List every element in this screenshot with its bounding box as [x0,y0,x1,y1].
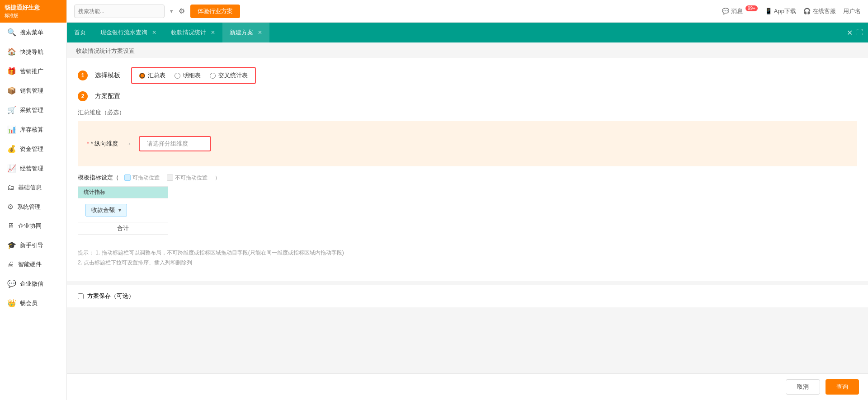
money-icon: 💰 [7,145,16,153]
radio-cross[interactable]: 交叉统计表 [210,71,248,80]
radio-summary-label[interactable]: 汇总表 [148,71,165,80]
sidebar-item-enterprise[interactable]: 🖥 企业协同 [0,216,66,235]
sidebar-label-sales: 销售管理 [20,87,43,95]
save-option: 方案保存（可选） [67,285,868,307]
indicator-settings: 模板指标设定（ 可拖动位置 不可拖动位置 ） 统计指标 [78,174,857,272]
tab-bar: 首页 现金银行流水查询 ✕ 收款情况统计 ✕ 新建方案 ✕ ✕ ⛶ [67,23,868,42]
radio-detail-label[interactable]: 明细表 [183,71,201,80]
expand-icon[interactable]: ⛶ [856,28,863,37]
close-window-icon[interactable]: ✕ [847,28,853,37]
download-icon: 📱 [765,8,772,14]
query-button[interactable]: 查询 [826,379,859,395]
tab-new-plan[interactable]: 新建方案 ✕ [222,23,269,42]
legend-non-draggable: 不可拖动位置 [167,174,208,182]
chevron-down-icon[interactable]: ▾ [170,8,173,14]
monitor-icon: 🖥 [7,222,14,230]
arrow-right-icon: → [125,140,132,147]
step2-label: 方案配置 [95,92,120,100]
sidebar-item-finance[interactable]: 💰 资金管理 [0,139,66,159]
save-checkbox[interactable] [78,293,84,299]
step2-row: 2 方案配置 [78,91,857,101]
sidebar-item-wechat[interactable]: 💬 企业微信 [0,274,66,293]
radio-detail[interactable]: 明细表 [175,71,201,80]
sidebar-item-quick-nav[interactable]: 🏠 快捷导航 [0,42,66,61]
legend-draggable-label: 可拖动位置 [132,174,160,182]
tip-text-2: 2. 点击标题栏下拉可设置排序、插入列和删除列 [78,258,192,268]
sidebar-label-enterprise: 企业协同 [18,222,42,230]
page-title: 收款情况统计方案设置 [67,42,868,58]
cancel-button[interactable]: 取消 [786,379,820,395]
dimension-placeholder: 请选择分组维度 [147,140,188,148]
industry-button[interactable]: 体验行业方案 [190,5,240,18]
download-item[interactable]: 📱 App下载 [765,7,796,15]
sidebar-item-inventory[interactable]: 📊 库存核算 [0,120,66,139]
step1-number: 1 [78,71,88,80]
sidebar-item-member[interactable]: 👑 畅会员 [0,293,66,313]
stats-total: 合计 [78,222,168,234]
tab-bank[interactable]: 现金银行流水查询 ✕ [93,23,164,42]
content-area: 收款情况统计方案设置 1 选择模板 汇总表 明细表 [67,42,868,373]
sidebar-item-system[interactable]: ⚙ 系统管理 [0,197,66,216]
chevron-down-icon: ▾ [118,207,121,213]
download-label: App下载 [774,7,796,15]
sidebar-item-search[interactable]: 🔍 搜索菜单 [0,23,66,42]
stats-section: 统计指标 收款金额 ▾ 合计 [78,186,168,235]
sidebar-item-operation[interactable]: 📈 经营管理 [0,159,66,178]
radio-cross-label[interactable]: 交叉统计表 [218,71,248,80]
indicator-label: 模板指标设定（ [78,174,119,182]
sidebar-item-marketing[interactable]: 🎁 营销推广 [0,61,66,81]
box-icon: 📦 [7,86,16,95]
home-icon: 🏠 [7,47,16,56]
tab-home[interactable]: 首页 [67,23,93,42]
indicator-close: ） [215,174,220,182]
support-label: 在线客服 [812,7,836,15]
stats-tag-amount[interactable]: 收款金额 ▾ [85,204,127,216]
form-section: 1 选择模板 汇总表 明细表 交叉统计表 [67,58,868,281]
header-left: ▾ ⚙ 体验行业方案 [74,5,240,18]
message-item[interactable]: 💬 消息 99+ [722,7,758,15]
sidebar-item-basic[interactable]: 🗂 基础信息 [0,178,66,197]
sidebar-label-operation: 经营管理 [20,165,43,173]
sidebar-logo: 畅捷通好生意 标准版 [0,0,66,23]
sidebar-item-sales[interactable]: 📦 销售管理 [0,81,66,100]
sidebar-item-hardware[interactable]: 🖨 智能硬件 [0,255,66,274]
printer-icon: 🖨 [7,260,14,268]
tab-bar-actions: ✕ ⛶ [847,28,868,37]
support-item[interactable]: 🎧 在线客服 [803,7,836,15]
tab-stats[interactable]: 收款情况统计 ✕ [164,23,222,42]
dimension-area: * * 纵向维度 → 请选择分组维度 [78,121,857,166]
logo-text: 畅捷通好生意 [5,4,40,12]
crown-icon: 👑 [7,299,16,307]
sidebar-label-hardware: 智能硬件 [18,260,42,268]
sidebar-item-guide[interactable]: 🎓 新手引导 [0,235,66,255]
tab-close-new-plan[interactable]: ✕ [258,29,262,36]
dimension-dropdown[interactable]: 请选择分组维度 [139,136,211,151]
search-input[interactable] [74,5,165,18]
user-name[interactable]: 用户名 [843,7,861,15]
sidebar-label-marketing: 营销推广 [20,67,43,75]
tab-close-bank[interactable]: ✕ [152,29,156,36]
header: ▾ ⚙ 体验行业方案 💬 消息 99+ 📱 App下载 🎧 在线客服 用户名 [67,0,868,23]
sidebar-label-finance: 资金管理 [20,145,43,153]
tip-text-1: 提示： 1. 拖动标题栏可以调整布局，不可跨维度或指标区域拖动目字段(只能在同一… [78,248,344,258]
search-icon: 🔍 [7,28,16,37]
tab-close-stats[interactable]: ✕ [211,29,215,36]
legend-gray-box [167,174,173,181]
tips-section: 提示： 1. 拖动标题栏可以调整布局，不可跨维度或指标区域拖动目字段(只能在同一… [78,244,857,272]
vertical-label: * * 纵向维度 [87,140,118,148]
wechat-icon: 💬 [7,279,16,288]
sidebar-item-purchase[interactable]: 🛒 采购管理 [0,100,66,120]
stats-section-header: 统计指标 [78,187,168,198]
tip-line-1: 提示： 1. 拖动标题栏可以调整布局，不可跨维度或指标区域拖动目字段(只能在同一… [78,248,857,258]
section-divider [67,281,868,285]
save-option-label[interactable]: 方案保存（可选） [87,292,134,300]
settings-icon[interactable]: ⚙ [179,7,185,15]
gift-icon: 🎁 [7,67,16,75]
sidebar-label-guide: 新手引导 [20,241,43,249]
sidebar-label-wechat: 企业微信 [20,280,43,288]
radio-summary[interactable]: 汇总表 [139,71,165,80]
cart-icon: 🛒 [7,106,16,114]
message-label: 消息 [731,7,743,15]
sidebar-label-quick-nav: 快捷导航 [20,48,43,56]
legend-non-draggable-label: 不可拖动位置 [175,174,208,182]
